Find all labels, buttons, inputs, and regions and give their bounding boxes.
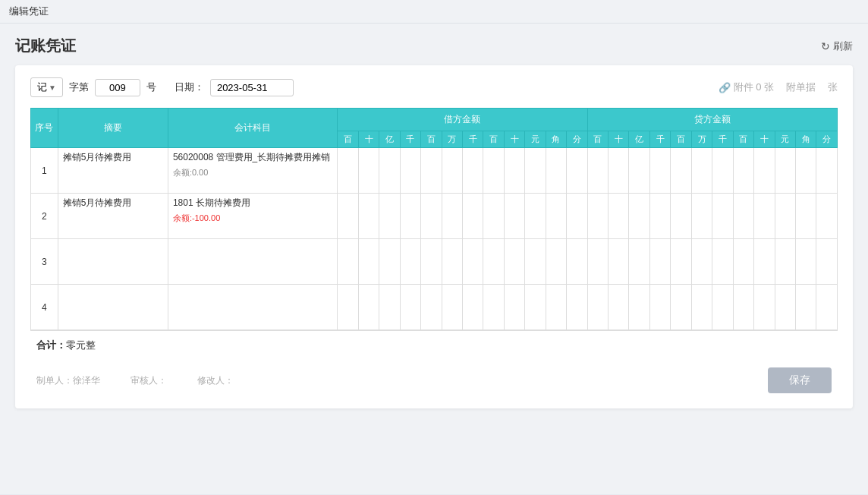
debit-digit-cell[interactable] <box>483 239 504 285</box>
credit-digit-cell[interactable] <box>671 285 691 330</box>
debit-digit-cell[interactable] <box>379 194 400 239</box>
row-account[interactable]: 1801 长期待摊费用余额:-100.00 <box>168 194 337 239</box>
debit-digit-cell[interactable] <box>483 194 504 239</box>
credit-digit-cell[interactable] <box>671 148 691 194</box>
debit-digit-cell[interactable] <box>567 148 587 194</box>
credit-digit-cell[interactable] <box>754 285 775 330</box>
credit-digit-cell[interactable] <box>587 285 608 330</box>
credit-digit-cell[interactable] <box>649 239 670 285</box>
credit-digit-cell[interactable] <box>733 148 753 194</box>
debit-digit-cell[interactable] <box>504 239 524 285</box>
credit-digit-cell[interactable] <box>629 239 649 285</box>
credit-digit-cell[interactable] <box>816 148 838 194</box>
credit-digit-cell[interactable] <box>609 194 629 239</box>
debit-digit-cell[interactable] <box>504 285 524 330</box>
credit-digit-cell[interactable] <box>754 148 775 194</box>
credit-digit-cell[interactable] <box>775 239 795 285</box>
credit-digit-cell[interactable] <box>733 285 753 330</box>
credit-digit-cell[interactable] <box>712 239 733 285</box>
debit-digit-cell[interactable] <box>358 239 379 285</box>
credit-digit-cell[interactable] <box>587 148 608 194</box>
row-account[interactable] <box>168 285 337 330</box>
credit-digit-cell[interactable] <box>629 194 649 239</box>
debit-digit-cell[interactable] <box>525 285 546 330</box>
debit-digit-cell[interactable] <box>546 148 566 194</box>
debit-digit-cell[interactable] <box>462 194 483 239</box>
debit-digit-cell[interactable] <box>442 194 462 239</box>
voucher-type-button[interactable]: 记 ▼ <box>30 77 63 97</box>
debit-digit-cell[interactable] <box>421 148 442 194</box>
debit-digit-cell[interactable] <box>567 239 587 285</box>
credit-digit-cell[interactable] <box>816 194 838 239</box>
credit-digit-cell[interactable] <box>795 239 816 285</box>
credit-digit-cell[interactable] <box>587 239 608 285</box>
debit-digit-cell[interactable] <box>338 239 358 285</box>
credit-digit-cell[interactable] <box>629 285 649 330</box>
debit-digit-cell[interactable] <box>546 239 566 285</box>
debit-digit-cell[interactable] <box>358 194 379 239</box>
row-summary[interactable]: 摊销5月待摊费用 <box>58 148 168 194</box>
fudanju-button[interactable]: 附单据 <box>786 80 816 94</box>
debit-digit-cell[interactable] <box>442 148 462 194</box>
debit-digit-cell[interactable] <box>483 285 504 330</box>
refresh-button[interactable]: ↻ 刷新 <box>821 39 853 53</box>
debit-digit-cell[interactable] <box>400 148 420 194</box>
debit-digit-cell[interactable] <box>462 239 483 285</box>
debit-digit-cell[interactable] <box>567 285 587 330</box>
credit-digit-cell[interactable] <box>691 239 712 285</box>
debit-digit-cell[interactable] <box>421 194 442 239</box>
debit-digit-cell[interactable] <box>421 285 442 330</box>
date-input[interactable] <box>210 79 294 96</box>
credit-digit-cell[interactable] <box>649 194 670 239</box>
credit-digit-cell[interactable] <box>671 239 691 285</box>
credit-digit-cell[interactable] <box>649 285 670 330</box>
debit-digit-cell[interactable] <box>546 285 566 330</box>
credit-digit-cell[interactable] <box>691 148 712 194</box>
credit-digit-cell[interactable] <box>816 285 838 330</box>
row-summary[interactable] <box>58 285 168 330</box>
save-button[interactable]: 保存 <box>768 367 832 393</box>
debit-digit-cell[interactable] <box>567 194 587 239</box>
debit-digit-cell[interactable] <box>338 285 358 330</box>
debit-digit-cell[interactable] <box>525 239 546 285</box>
debit-digit-cell[interactable] <box>379 148 400 194</box>
credit-digit-cell[interactable] <box>609 285 629 330</box>
debit-digit-cell[interactable] <box>379 239 400 285</box>
debit-digit-cell[interactable] <box>462 148 483 194</box>
credit-digit-cell[interactable] <box>712 148 733 194</box>
debit-digit-cell[interactable] <box>358 285 379 330</box>
credit-digit-cell[interactable] <box>795 194 816 239</box>
credit-digit-cell[interactable] <box>712 285 733 330</box>
debit-digit-cell[interactable] <box>525 194 546 239</box>
credit-digit-cell[interactable] <box>649 148 670 194</box>
credit-digit-cell[interactable] <box>691 194 712 239</box>
row-account[interactable] <box>168 239 337 285</box>
debit-digit-cell[interactable] <box>504 194 524 239</box>
credit-digit-cell[interactable] <box>775 148 795 194</box>
zi-number-input[interactable] <box>95 79 140 96</box>
row-summary[interactable]: 摊销5月待摊费用 <box>58 194 168 239</box>
credit-digit-cell[interactable] <box>587 194 608 239</box>
credit-digit-cell[interactable] <box>609 239 629 285</box>
debit-digit-cell[interactable] <box>338 194 358 239</box>
debit-digit-cell[interactable] <box>400 285 420 330</box>
credit-digit-cell[interactable] <box>691 285 712 330</box>
debit-digit-cell[interactable] <box>379 285 400 330</box>
credit-digit-cell[interactable] <box>609 148 629 194</box>
credit-digit-cell[interactable] <box>733 194 753 239</box>
debit-digit-cell[interactable] <box>442 239 462 285</box>
credit-digit-cell[interactable] <box>775 194 795 239</box>
debit-digit-cell[interactable] <box>504 148 524 194</box>
debit-digit-cell[interactable] <box>400 194 420 239</box>
credit-digit-cell[interactable] <box>671 194 691 239</box>
debit-digit-cell[interactable] <box>400 239 420 285</box>
debit-digit-cell[interactable] <box>483 148 504 194</box>
debit-digit-cell[interactable] <box>462 285 483 330</box>
debit-digit-cell[interactable] <box>358 148 379 194</box>
credit-digit-cell[interactable] <box>629 148 649 194</box>
debit-digit-cell[interactable] <box>546 194 566 239</box>
credit-digit-cell[interactable] <box>775 285 795 330</box>
credit-digit-cell[interactable] <box>754 194 775 239</box>
credit-digit-cell[interactable] <box>712 194 733 239</box>
credit-digit-cell[interactable] <box>795 148 816 194</box>
